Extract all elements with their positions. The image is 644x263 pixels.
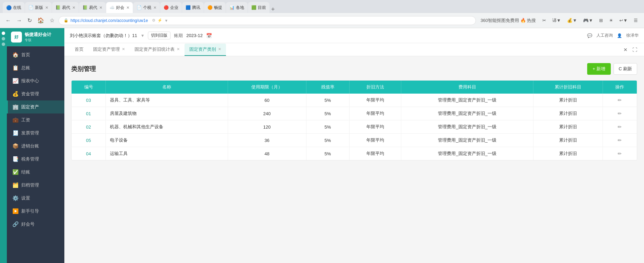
reload-button[interactable]: ↻ [26,16,33,25]
page-tab-fixed-depre-label: 固定资产折旧统计表 [135,46,175,52]
browser-tab-3-close[interactable]: ✕ [72,5,75,10]
sidebar-item-home-label: 首页 [21,52,30,58]
page-tab-bar: 首页 固定资产管理 ✕ 固定资产折旧统计表 ✕ 固定资产类别 ✕ ✕ ⛶ [64,43,644,56]
bookmark-button[interactable]: ☆ [48,16,56,25]
sidebar-item-reports[interactable]: 📈 报表中心 [7,74,64,87]
forward-button[interactable]: → [15,16,23,25]
page-tab-fixed-mgmt-close[interactable]: ✕ [122,47,125,51]
table-header: 编号 名称 使用期限（月） 残值率 折旧方法 费用科目 累计折旧科目 操作 [72,81,637,94]
cell-accum-1: 累计折旧 [533,107,603,120]
edit-button-3[interactable]: ✏ [618,138,622,143]
address-input[interactable]: 🔒 https://cloud.chanjet.com/accounting/u… [59,16,476,25]
cell-code-4: 04 [72,147,106,160]
col-code: 编号 [72,81,106,94]
edit-button-0[interactable]: ✏ [618,97,622,103]
browser-tab-3[interactable]: 📗 易代 ✕ [52,2,79,13]
sidebar-item-settings[interactable]: ⚙️ 设置 [7,192,64,205]
table-row: 03 器具、工具、家具等 60 5% 年限平均 管理费用_固定资产折旧_一级 累… [72,94,637,107]
game-button[interactable]: 🎮▼ [581,16,595,24]
page-tab-fixed-mgmt[interactable]: 固定资产管理 ✕ [88,44,130,56]
cell-name-0: 器具、工具、家具等 [106,94,228,107]
home-button[interactable]: 🏠 [36,16,46,25]
translate-button[interactable]: 译▼ [550,16,563,25]
page-header: 类别管理 + 新增 C 刷新 [71,63,637,75]
browser-tab-9[interactable]: 🟠 畅提 [204,2,226,13]
browser-tab-2-close[interactable]: ✕ [45,5,48,10]
toolbar-icons: 360智能抠图免费用 🔥 热搜 ✂ 译▼ 💰▼ 🎮▼ ⊞ ☀ ↩▼ ☰ [479,16,640,25]
sidebar-item-purchase[interactable]: 📦 进销台账 [7,140,64,153]
edit-button-1[interactable]: ✏ [618,111,622,116]
page-tab-fixed-cat[interactable]: 固定资产类别 ✕ [185,44,226,56]
sidebar: 好 畅捷通好会计 专版 🏠 首页 📋 总账 📈 报表中心 💰 资金管理 [7,28,64,263]
guide-icon: ▶️ [12,208,18,214]
edit-button-2[interactable]: ✏ [618,124,622,130]
sidebar-item-archive[interactable]: 🗂️ 归档管理 [7,179,64,192]
col-action: 操作 [603,81,637,94]
cell-accum-3: 累计折旧 [533,134,603,147]
browser-tab-10[interactable]: 📊 各地 [226,2,248,13]
cell-months-4: 48 [228,147,306,160]
tab-expand-button[interactable]: ⛶ [631,46,639,53]
sidebar-item-settings-label: 设置 [21,195,30,201]
purchase-icon: 📦 [12,143,18,149]
undo-button[interactable]: ↩▼ [617,16,630,24]
browser-tab-4[interactable]: 📗 易代 ✕ [79,2,106,13]
sidebar-item-payroll[interactable]: 💼 工资 [7,113,64,127]
browser-tab-8[interactable]: 🟦 腾讯 [182,2,204,13]
cell-code-1: 01 [72,107,106,120]
menu-button[interactable]: ☰ [632,16,640,24]
sidebar-item-guide[interactable]: ▶️ 新手引导 [7,205,64,218]
consult-label[interactable]: 人工咨询 [596,33,613,38]
browser-tab-4-close[interactable]: ✕ [99,5,102,10]
dropdown-arrow[interactable]: ▼ [140,33,144,38]
col-residual: 残值率 [306,81,349,94]
cell-residual-0: 5% [306,94,349,107]
sidebar-item-checkout[interactable]: ✅ 结账 [7,166,64,179]
browser-tab-11[interactable]: 🟩 目前 [248,2,269,13]
browser-tab-6[interactable]: 📄 个税 ✕ [133,2,160,13]
cell-residual-3: 5% [306,134,349,147]
browser-tab-5-close[interactable]: ✕ [126,5,129,10]
table-row: 04 运输工具 48 5% 年限平均 管理费用_固定资产折旧_一级 累计折旧 ✏ [72,147,637,160]
user-avatar-icon: 👤 [617,33,622,38]
grid-button[interactable]: ⊞ [597,16,605,24]
cell-expense-1: 管理费用_固定资产折旧_一级 [401,107,533,120]
browser-tab-6-close[interactable]: ✕ [153,5,156,10]
page-tab-fixed-cat-close[interactable]: ✕ [218,47,221,51]
table: 编号 名称 使用期限（月） 残值率 折旧方法 费用科目 累计折旧科目 操作 03… [72,81,637,160]
browser-tab-5[interactable]: ☁️ 好会 ✕ [106,2,133,13]
back-button[interactable]: ← [4,16,12,25]
add-category-button[interactable]: + 新增 [587,63,611,75]
search-360-button[interactable]: 360智能抠图免费用 🔥 热搜 [479,16,538,25]
sidebar-item-payroll-label: 工资 [21,117,30,123]
calendar-icon[interactable]: 📅 [206,33,212,38]
page-tab-home[interactable]: 首页 [70,44,88,56]
browser-tab-2[interactable]: 📄 新版 ✕ [25,2,52,13]
sidebar-item-home[interactable]: 🏠 首页 [7,48,64,61]
invoice-icon: 🧾 [12,130,18,136]
sidebar-item-tax[interactable]: 📑 税务管理 [7,153,64,166]
sidebar-item-funds[interactable]: 💰 资金管理 [7,87,64,100]
sidebar-item-invoice[interactable]: 🧾 发票管理 [7,127,64,140]
page-tab-fixed-depre[interactable]: 固定资产折旧统计表 ✕ [130,44,185,56]
sidebar-item-fixed[interactable]: 🏢 固定资产 [7,100,64,113]
tab-close-window-button[interactable]: ✕ [622,46,629,53]
browser-tab-1[interactable]: 🔵 在线 [3,2,25,13]
cell-months-0: 60 [228,94,306,107]
edit-button-4[interactable]: ✏ [618,151,622,156]
sidebar-item-ledger[interactable]: 📋 总账 [7,61,64,74]
sun-button[interactable]: ☀ [607,16,615,24]
browser-tab-10-label: 各地 [236,5,244,11]
sidebar-item-ledger-label: 总账 [21,65,30,71]
sidebar-item-more[interactable]: 🔗 好会号 [7,218,64,231]
new-tab-button[interactable]: + [270,6,276,13]
money-button[interactable]: 💰▼ [565,16,579,24]
browser-tab-8-label: 腾讯 [192,5,200,11]
cell-months-2: 120 [228,120,306,134]
browser-tab-7[interactable]: 🔴 企业 [160,2,182,13]
browser-tab-11-label: 目前 [258,5,266,11]
page-tab-fixed-depre-close[interactable]: ✕ [177,47,180,51]
refresh-button[interactable]: C 刷新 [614,63,637,75]
cut-button[interactable]: ✂ [540,16,548,24]
switch-version-button[interactable]: 切到旧版 [148,32,171,39]
